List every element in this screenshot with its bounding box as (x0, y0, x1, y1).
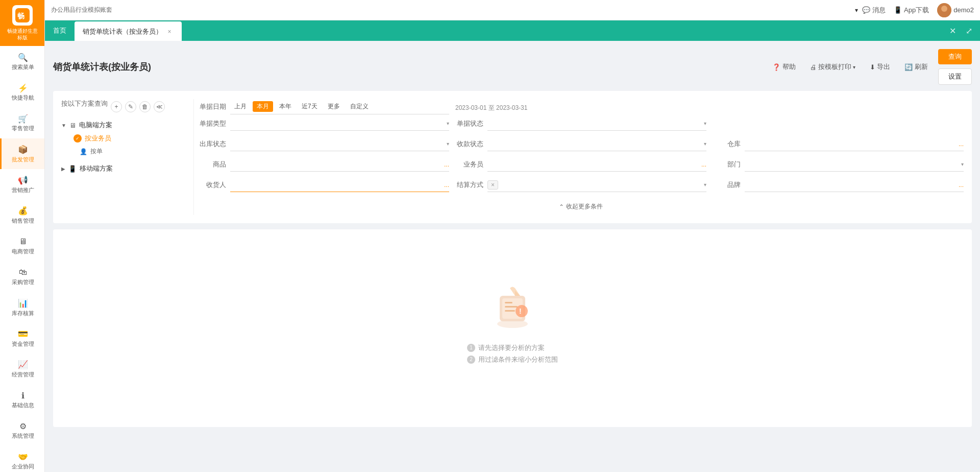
sidebar-item-system[interactable]: ⚙ 系统管理 (0, 415, 44, 445)
settings-btn[interactable]: 设置 (938, 68, 972, 85)
refresh-label: 刷新 (915, 62, 928, 72)
close-window-btn[interactable]: ✕ (945, 23, 960, 38)
print-dropdown-icon: ▾ (853, 64, 855, 70)
sidebar-logo[interactable]: 畅 畅捷通好生意 标版 (0, 0, 44, 46)
sidebar-item-purchase[interactable]: 🛍 采购管理 (0, 261, 44, 292)
sidebar-item-ecommerce[interactable]: 🖥 电商管理 (0, 230, 44, 261)
tab-home[interactable]: 首页 (45, 20, 75, 41)
mobile-scheme-header[interactable]: ▶ 📱 移动端方案 (61, 162, 187, 175)
sidebar-item-label: 营销推广 (12, 187, 34, 194)
date-tab-this-month[interactable]: 本月 (253, 101, 273, 112)
sidebar-item-operations[interactable]: 📈 经营管理 (0, 353, 44, 384)
date-tab-custom[interactable]: 自定义 (346, 101, 373, 112)
sales-report-tab-label: 销货单统计表（按业务员） (83, 27, 162, 36)
receipt-status-input[interactable]: ▾ (487, 137, 706, 151)
breadcrumb-dropdown[interactable]: ▾ (855, 7, 858, 14)
department-input[interactable]: ▾ (745, 157, 964, 172)
help-btn[interactable]: ❓ 帮助 (768, 60, 800, 74)
sidebar-item-wholesale[interactable]: 📦 批发管理 (0, 138, 44, 169)
goods-input[interactable]: ... (230, 157, 449, 172)
svg-point-11 (516, 305, 528, 317)
tab-close-btn[interactable]: × (165, 28, 174, 36)
warehouse-input[interactable]: ... (745, 137, 964, 151)
sidebar-item-marketing[interactable]: 📢 营销推广 (0, 169, 44, 200)
receipt-status-label: 收款状态 (455, 139, 483, 149)
sidebar-item-label: 电商管理 (12, 248, 34, 255)
home-tab-label: 首页 (53, 26, 66, 35)
sidebar-item-retail[interactable]: 🛒 零售管理 (0, 107, 44, 138)
out-status-input[interactable]: ▾ (230, 137, 449, 151)
warehouse-more-btn[interactable]: ... (959, 140, 964, 148)
sidebar-item-shortcut[interactable]: ⚡ 快捷导航 (0, 77, 44, 107)
filter-card: 按以下方案查询 + ✎ 🗑 ≪ ▼ 🖥 电脑端方案 (53, 91, 972, 223)
tip-text-1: 请先选择要分析的方案 (478, 342, 545, 353)
mobile-group-arrow: ▶ (61, 166, 65, 172)
empty-icon: ! (487, 280, 538, 332)
consignee-more-btn[interactable]: ... (444, 181, 449, 188)
filter-row-3: 商品 ... 业务员 ... (198, 157, 964, 172)
doc-status-field: 单据状态 ▾ (455, 116, 706, 131)
goods-more-btn[interactable]: ... (444, 161, 449, 168)
doc-status-input[interactable]: ▾ (487, 116, 706, 131)
date-tab-7days[interactable]: 近7天 (298, 101, 322, 112)
sidebar-item-cooperation[interactable]: 🤝 企业协同 (0, 445, 44, 472)
sidebar-item-basic[interactable]: ℹ 基础信息 (0, 384, 44, 415)
doc-type-field: 单据类型 ▾ (198, 116, 449, 131)
query-btn[interactable]: 查询 (938, 49, 972, 64)
doc-type-input[interactable]: ▾ (230, 116, 449, 131)
cooperation-icon: 🤝 (18, 452, 28, 462)
sidebar-item-label: 经营管理 (12, 371, 34, 378)
consignee-field: 收货人 ... (198, 178, 449, 192)
purchase-icon: 🛍 (18, 267, 28, 277)
computer-scheme-group: ▼ 🖥 电脑端方案 ✓ 按业务员 👤 按单 (61, 119, 187, 158)
app-download-label: App下载 (904, 6, 929, 15)
sidebar-item-finance[interactable]: 💳 资金管理 (0, 323, 44, 353)
consignee-input[interactable]: ... (230, 178, 449, 192)
edit-scheme-btn[interactable]: ✎ (125, 101, 136, 112)
scheme-sub-item[interactable]: 👤 按单 (61, 145, 187, 158)
finance-icon: 💳 (18, 329, 28, 339)
settlement-input[interactable]: × ▾ (487, 178, 706, 192)
computer-scheme-header[interactable]: ▼ 🖥 电脑端方案 (61, 119, 187, 132)
print-btn[interactable]: 🖨 按模板打印 ▾ (806, 60, 860, 74)
scheme-item-salesperson[interactable]: ✓ 按业务员 (61, 132, 187, 145)
sidebar: 畅 畅捷通好生意 标版 🔍 搜索菜单 ⚡ 快捷导航 🛒 零售管理 📦 批发管理 … (0, 0, 45, 472)
tab-sales-report[interactable]: 销货单统计表（按业务员） × (75, 21, 182, 42)
brand-input[interactable]: ... (745, 178, 964, 192)
sidebar-item-inventory[interactable]: 📊 库存核算 (0, 292, 44, 323)
refresh-btn[interactable]: 🔄 刷新 (900, 60, 932, 74)
export-btn[interactable]: ⬇ 导出 (866, 60, 894, 74)
svg-rect-8 (505, 302, 512, 303)
filter-row-1: 单据日期 上月 本月 本年 近7天 更多 自定义 (198, 99, 964, 114)
add-scheme-btn[interactable]: + (111, 101, 122, 112)
sidebar-item-label: 快捷导航 (12, 95, 34, 101)
filter-panel: 按以下方案查询 + ✎ 🗑 ≪ ▼ 🖥 电脑端方案 (61, 99, 964, 215)
sidebar-item-search[interactable]: 🔍 搜索菜单 (0, 46, 44, 77)
doc-type-arrow: ▾ (447, 121, 449, 126)
doc-status-label: 单据状态 (455, 119, 483, 128)
sidebar-item-sales[interactable]: 💰 销售管理 (0, 200, 44, 230)
scheme-item-label: 按业务员 (85, 134, 111, 143)
date-tab-last-month[interactable]: 上月 (230, 101, 251, 112)
app-download-btn[interactable]: 📱 App下载 (894, 6, 929, 15)
consignee-label: 收货人 (198, 180, 226, 190)
message-btn[interactable]: 💬 消息 (862, 6, 886, 15)
settlement-tag-close[interactable]: × (491, 181, 495, 188)
sidebar-item-label: 销售管理 (12, 218, 34, 224)
brand-more-btn[interactable]: ... (959, 181, 964, 188)
salesperson-more-btn[interactable]: ... (701, 161, 706, 168)
salesperson-input[interactable]: ... (487, 157, 706, 172)
collapse-scheme-btn[interactable]: ≪ (154, 101, 165, 112)
date-input[interactable]: 上月 本月 本年 近7天 更多 自定义 (230, 99, 449, 114)
date-tab-more[interactable]: 更多 (324, 101, 344, 112)
message-label: 消息 (872, 6, 886, 15)
delete-scheme-btn[interactable]: 🗑 (139, 101, 151, 112)
receipt-status-arrow: ▾ (704, 141, 706, 147)
date-tab-this-year[interactable]: 本年 (275, 101, 296, 112)
marketing-icon: 📢 (18, 175, 28, 185)
settlement-tag: × (487, 180, 498, 190)
collapse-btn[interactable]: ⌃ 收起更多条件 (553, 200, 609, 213)
user-menu[interactable]: demo2 (937, 3, 974, 17)
out-status-label: 出库状态 (198, 139, 226, 149)
expand-window-btn[interactable]: ⤢ (962, 23, 976, 38)
